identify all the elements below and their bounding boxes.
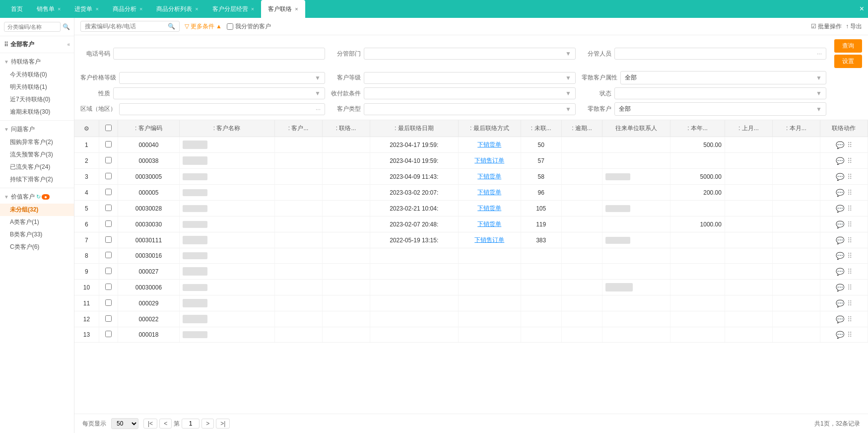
manager-select[interactable]: ··· (614, 48, 826, 60)
chat-icon[interactable]: 💬 (836, 189, 844, 197)
row-checkbox[interactable] (105, 236, 112, 243)
row-checkbox[interactable] (105, 189, 112, 195)
chat-icon[interactable]: 💬 (836, 299, 844, 307)
last-way-link[interactable]: 下销货单 (477, 189, 501, 196)
close-sales-tab[interactable]: × (58, 6, 61, 12)
customer-level-select[interactable]: ▼ (364, 72, 576, 84)
sidebar-group-problem[interactable]: ▼ 问题客户 (0, 123, 74, 136)
chat-icon[interactable]: 💬 (836, 220, 844, 228)
prev-page-btn[interactable]: < (159, 419, 172, 429)
chat-icon[interactable]: 💬 (836, 236, 844, 244)
tab-home[interactable]: 首页 (4, 0, 30, 18)
chat-icon[interactable]: 💬 (836, 141, 844, 149)
sidebar-group-value[interactable]: ▼ 价值客户 ↻ ● (0, 190, 74, 204)
next-page-btn[interactable]: > (201, 419, 214, 429)
row-checkbox[interactable] (105, 315, 112, 322)
page-input[interactable] (182, 419, 200, 429)
row-checkbox[interactable] (105, 252, 112, 258)
grid-action-icon[interactable]: ⠿ (847, 299, 852, 307)
chat-icon[interactable]: 💬 (836, 331, 844, 339)
tab-analysis-list[interactable]: 商品分析列表 × (149, 0, 205, 18)
region-select[interactable]: ··· (119, 103, 325, 115)
close-analysis-tab[interactable]: × (139, 6, 142, 12)
sidebar-search-icon[interactable]: 🔍 (63, 23, 70, 30)
row-checkbox[interactable] (105, 220, 112, 227)
sidebar-item-class-c[interactable]: C类客户(6) (0, 241, 74, 253)
customer-type-select[interactable]: ▼ (364, 103, 576, 115)
sidebar-search-input[interactable] (4, 22, 61, 32)
last-way-link[interactable]: 下销货单 (477, 205, 501, 212)
sidebar-item-ungrouped[interactable]: 未分组(32) (0, 204, 74, 216)
sidebar-item-today[interactable]: 今天待联络(0) (0, 69, 74, 81)
tab-purchase[interactable]: 进货单 × (67, 0, 105, 18)
retail-attr-select[interactable]: 全部 ▼ (620, 71, 826, 84)
row-checkbox[interactable] (105, 284, 112, 290)
manager-dots[interactable]: ··· (817, 50, 822, 57)
chat-icon[interactable]: 💬 (836, 157, 844, 165)
close-purchase-tab[interactable]: × (95, 6, 98, 12)
chat-icon[interactable]: 💬 (836, 205, 844, 213)
sidebar-item-declining[interactable]: 持续下滑客户(2) (0, 173, 74, 186)
grid-action-icon[interactable]: ⠿ (847, 252, 852, 260)
price-level-select[interactable]: ▼ (119, 72, 325, 84)
sidebar-item-overdue[interactable]: 逾期未联络(30) (0, 106, 74, 118)
collapse-icon[interactable]: « (67, 42, 70, 47)
dept-select[interactable]: ▼ (364, 48, 576, 60)
last-page-btn[interactable]: >| (216, 419, 230, 429)
last-way-link[interactable]: 下销货单 (477, 141, 501, 148)
sidebar-item-churned[interactable]: 已流失客户(24) (0, 161, 74, 173)
row-checkbox[interactable] (105, 268, 112, 274)
sidebar-item-class-b[interactable]: B类客户(33) (0, 228, 74, 241)
sidebar-item-7days[interactable]: 近7天待联络(0) (0, 93, 74, 106)
th-settings[interactable]: ⚙ (74, 120, 99, 137)
close-contact-tab[interactable]: × (295, 6, 298, 12)
row-checkbox[interactable] (105, 173, 112, 179)
grid-action-icon[interactable]: ⠿ (847, 315, 852, 323)
chat-icon[interactable]: 💬 (836, 284, 844, 291)
grid-action-icon[interactable]: ⠿ (847, 284, 852, 291)
first-page-btn[interactable]: |< (143, 419, 157, 429)
row-checkbox[interactable] (105, 141, 112, 147)
grid-action-icon[interactable]: ⠿ (847, 236, 852, 244)
nature-select[interactable]: ▼ (113, 87, 325, 99)
main-search-input[interactable] (85, 23, 166, 30)
grid-action-icon[interactable]: ⠿ (847, 205, 852, 213)
export-btn[interactable]: ↑ 导出 (846, 22, 862, 31)
chat-icon[interactable]: 💬 (836, 173, 844, 181)
grid-action-icon[interactable]: ⠿ (847, 268, 852, 276)
grid-action-icon[interactable]: ⠿ (847, 157, 852, 165)
tab-sales[interactable]: 销售单 × (30, 0, 67, 18)
grid-action-icon[interactable]: ⠿ (847, 189, 852, 197)
row-checkbox[interactable] (105, 157, 112, 163)
tab-customer-segment[interactable]: 客户分层经营 × (205, 0, 261, 18)
last-way-link[interactable]: 下销售订单 (474, 157, 504, 164)
sidebar-group-pending[interactable]: ▼ 待联络客户 (0, 55, 74, 69)
more-conditions-btn[interactable]: ▽ 更多条件 ▲ (185, 22, 222, 31)
sidebar-item-churn-warning[interactable]: 流失预警客户(3) (0, 148, 74, 161)
close-analysis-list-tab[interactable]: × (195, 6, 198, 12)
chat-icon[interactable]: 💬 (836, 252, 844, 260)
sidebar-item-class-a[interactable]: A类客户(1) (0, 216, 74, 228)
tab-analysis[interactable]: 商品分析 × (106, 0, 149, 18)
query-btn[interactable]: 查询 (834, 39, 862, 53)
payment-select[interactable]: ▼ (364, 87, 576, 99)
chat-icon[interactable]: 💬 (836, 315, 844, 323)
per-page-select[interactable]: 50 100 (111, 418, 138, 429)
all-customers-header[interactable]: ⠿ 全部客户 « (0, 36, 74, 51)
chat-icon[interactable]: 💬 (836, 268, 844, 276)
close-window-btn[interactable]: × (860, 4, 864, 13)
grid-action-icon[interactable]: ⠿ (847, 220, 852, 228)
row-checkbox[interactable] (105, 205, 112, 211)
grid-action-icon[interactable]: ⠿ (847, 173, 852, 181)
reset-btn[interactable]: 设置 (834, 55, 862, 68)
close-segment-tab[interactable]: × (251, 6, 254, 12)
last-way-link[interactable]: 下销货单 (477, 220, 501, 227)
select-all-checkbox[interactable] (105, 125, 112, 131)
row-checkbox[interactable] (105, 331, 112, 337)
last-way-link[interactable]: 下销货单 (477, 173, 501, 180)
retail-select[interactable]: 全部 ▼ (614, 102, 826, 116)
region-dots[interactable]: ··· (316, 106, 321, 113)
batch-operation-btn[interactable]: ☑ 批量操作 (811, 22, 842, 31)
status-select[interactable]: ▼ (614, 87, 826, 99)
my-customers-checkbox[interactable]: 我分管的客户 (227, 22, 271, 31)
